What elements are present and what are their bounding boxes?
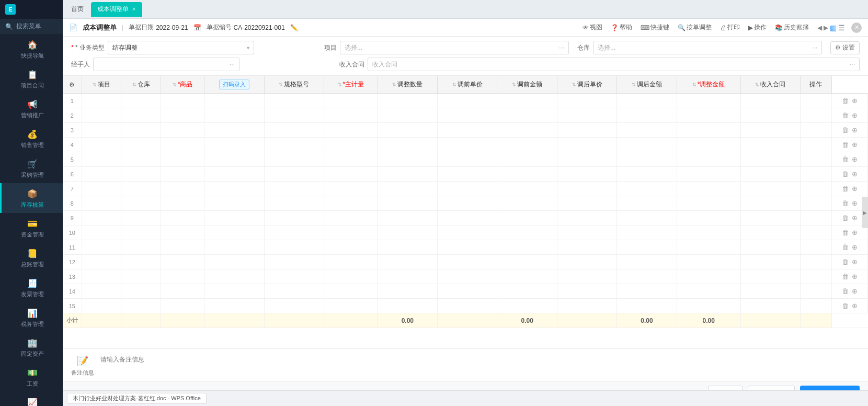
table-cell[interactable] [438, 196, 497, 211]
table-cell[interactable] [677, 152, 740, 167]
table-cell[interactable] [438, 255, 497, 269]
table-cell[interactable] [801, 255, 832, 269]
sidebar-item-payroll[interactable]: 💵 工资 [0, 362, 63, 392]
delete-icon[interactable]: 🗑 [842, 199, 849, 207]
table-cell[interactable] [497, 108, 557, 123]
table-cell[interactable] [740, 108, 800, 123]
table-cell[interactable] [617, 299, 677, 313]
table-cell[interactable] [438, 182, 497, 196]
biz-type-input[interactable]: 结存调整 ▾ [108, 41, 254, 54]
table-cell[interactable] [438, 94, 497, 108]
table-cell[interactable] [438, 138, 497, 152]
copy-icon[interactable]: ⊕ [852, 229, 858, 236]
table-cell[interactable] [438, 225, 497, 240]
table-cell[interactable] [801, 284, 832, 299]
print-action[interactable]: 🖨 打印 [718, 22, 742, 33]
copy-icon[interactable]: ⊕ [852, 126, 858, 134]
table-cell[interactable] [82, 182, 121, 196]
delete-icon[interactable]: 🗑 [842, 155, 849, 163]
table-cell[interactable] [557, 167, 616, 182]
table-cell[interactable] [82, 211, 121, 225]
table-cell[interactable] [557, 255, 616, 269]
table-cell[interactable] [617, 255, 677, 269]
delete-icon[interactable]: 🗑 [842, 287, 849, 295]
table-cell[interactable] [264, 225, 324, 240]
table-cell[interactable] [801, 138, 832, 152]
copy-icon[interactable]: ⊕ [852, 141, 858, 149]
table-cell[interactable] [204, 299, 264, 313]
table-cell[interactable] [121, 108, 161, 123]
table-cell[interactable] [438, 284, 497, 299]
taskbar-item[interactable]: 木门行业好业财处理方案-墓红红.doc - WPS Office [67, 393, 207, 404]
sidebar-item-inventory[interactable]: 📦 库存核算 [0, 183, 63, 213]
table-cell[interactable] [161, 255, 204, 269]
table-cell[interactable] [497, 284, 557, 299]
table-cell[interactable] [82, 123, 121, 138]
delete-icon[interactable]: 🗑 [842, 141, 849, 149]
copy-icon[interactable]: ⊕ [852, 214, 858, 222]
sidebar-item-tax[interactable]: 📊 税务管理 [0, 302, 63, 332]
check-detail-action[interactable]: 🔍 按单调整 [676, 22, 714, 33]
sidebar-item-ledger[interactable]: 📒 总账管理 [0, 243, 63, 273]
table-cell[interactable] [324, 108, 378, 123]
table-cell[interactable] [204, 182, 264, 196]
table-cell[interactable] [161, 167, 204, 182]
sidebar-search[interactable]: 🔍 搜索菜单 [0, 19, 63, 34]
nav-next-icon[interactable]: ▶ [824, 24, 828, 31]
table-cell[interactable] [438, 108, 497, 123]
table-cell[interactable] [378, 138, 437, 152]
table-cell[interactable] [161, 299, 204, 313]
income-contract-input[interactable]: 收入合同 ··· [368, 58, 860, 71]
sidebar-item-purchase-mgmt[interactable]: 🛒 采购管理 [0, 153, 63, 183]
nav-prev-icon[interactable]: ◀ [817, 24, 822, 31]
copy-icon[interactable]: ⊕ [852, 97, 858, 105]
delete-icon[interactable]: 🗑 [842, 97, 849, 105]
table-cell[interactable] [740, 240, 800, 255]
table-cell[interactable] [121, 152, 161, 167]
table-cell[interactable] [82, 240, 121, 255]
table-cell[interactable] [801, 152, 832, 167]
th-prev-amount[interactable]: ⇅ 调前金额 [497, 76, 557, 94]
table-cell[interactable] [378, 299, 437, 313]
table-cell[interactable] [617, 138, 677, 152]
table-cell[interactable] [617, 108, 677, 123]
copy-icon[interactable]: ⊕ [852, 185, 858, 193]
table-cell[interactable] [617, 94, 677, 108]
table-cell[interactable] [378, 284, 437, 299]
table-cell[interactable] [740, 269, 800, 284]
table-cell[interactable] [497, 138, 557, 152]
delete-icon[interactable]: 🗑 [842, 214, 849, 222]
table-cell[interactable] [497, 269, 557, 284]
table-cell[interactable] [204, 108, 264, 123]
table-cell[interactable] [204, 152, 264, 167]
table-cell[interactable] [801, 123, 832, 138]
table-cell[interactable] [677, 240, 740, 255]
table-cell[interactable] [161, 284, 204, 299]
table-cell[interactable] [204, 94, 264, 108]
table-cell[interactable] [324, 182, 378, 196]
table-cell[interactable] [378, 167, 437, 182]
table-cell[interactable] [161, 182, 204, 196]
table-cell[interactable] [557, 299, 616, 313]
table-cell[interactable] [557, 211, 616, 225]
table-cell[interactable] [617, 269, 677, 284]
table-cell[interactable] [121, 94, 161, 108]
table-cell[interactable] [161, 138, 204, 152]
table-cell[interactable] [82, 196, 121, 211]
table-cell[interactable] [82, 167, 121, 182]
th-project[interactable]: ⇅ 项目 [82, 76, 121, 94]
table-cell[interactable] [264, 269, 324, 284]
income-contract-dots-icon[interactable]: ··· [850, 61, 855, 68]
table-cell[interactable] [324, 255, 378, 269]
view-action[interactable]: 👁 视图 [580, 22, 604, 33]
th-after-amount[interactable]: ⇅ 调后金额 [617, 76, 677, 94]
table-cell[interactable] [677, 108, 740, 123]
sidebar-item-quick-nav[interactable]: 🏠 快捷导航 [0, 34, 63, 64]
close-button[interactable]: ✕ [851, 22, 862, 33]
table-cell[interactable] [264, 196, 324, 211]
table-cell[interactable] [204, 240, 264, 255]
th-warehouse[interactable]: ⇅ 仓库 [121, 76, 161, 94]
table-cell[interactable] [497, 94, 557, 108]
warehouse-dots-icon[interactable]: ··· [812, 44, 817, 51]
table-cell[interactable] [121, 255, 161, 269]
